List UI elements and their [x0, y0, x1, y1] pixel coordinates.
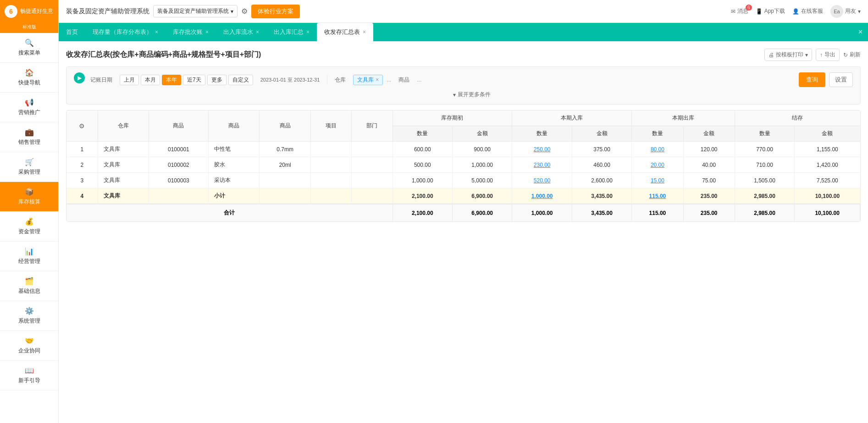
query-btn[interactable]: 查询: [799, 72, 825, 87]
warehouse-more[interactable]: ...: [387, 77, 391, 83]
table-cell[interactable]: 15.00: [632, 173, 683, 188]
sidebar-item-guide[interactable]: 📖 新手引导: [0, 361, 58, 390]
sidebar-item-finance[interactable]: 💰 资金管理: [0, 212, 58, 242]
tab-home[interactable]: 首页: [59, 23, 85, 41]
refresh-icon: ↻: [843, 52, 848, 58]
sidebar-item-label: 营销推广: [18, 109, 40, 116]
col-settings-header[interactable]: ⚙: [66, 110, 98, 142]
table-cell[interactable]: 20.00: [632, 157, 683, 173]
col-open-amt-header: 金额: [452, 126, 512, 142]
col-in-amt-header: 金额: [572, 126, 631, 142]
date-btn-this-month[interactable]: 本月: [141, 75, 160, 85]
tab-inout-summary[interactable]: 出入库汇总 ×: [266, 23, 317, 41]
tab-stock-dist-close[interactable]: ×: [155, 29, 158, 35]
message-btn[interactable]: ✉ 消息 6: [731, 7, 748, 15]
table-cell: [311, 173, 352, 188]
col-out-qty-header: 数量: [632, 126, 683, 142]
sidebar-item-enterprise[interactable]: 🤝 企业协同: [0, 331, 58, 361]
sidebar-item-basic[interactable]: 🗂️ 基础信息: [0, 271, 58, 301]
tab-inout-summary-close[interactable]: ×: [306, 29, 310, 35]
tab-recv-send-close[interactable]: ×: [363, 29, 366, 35]
table-cell: 0100001: [149, 142, 208, 157]
tab-inout-flow[interactable]: 出入库流水 ×: [216, 23, 266, 41]
experience-btn[interactable]: 体验行业方案: [251, 5, 300, 18]
sidebar-item-search[interactable]: 🔍 搜索菜单: [0, 33, 58, 63]
close-all-tabs-btn[interactable]: ×: [858, 28, 868, 36]
filter-row-1: 记账日期 上月 本月 本年 近7天 更多 自定义 2023-01-01 至 20…: [90, 72, 853, 87]
table-cell: 2,985.00: [735, 188, 794, 204]
expand-conditions-btn[interactable]: ▾ 展开更多条件: [453, 91, 491, 99]
user-chevron-icon: ▾: [858, 8, 861, 15]
table-cell: 7,525.00: [795, 173, 860, 188]
date-btn-this-year[interactable]: 本年: [162, 75, 181, 85]
table-cell: 3: [66, 173, 98, 188]
system-title: 装备及固定资产辅助管理系统: [66, 7, 149, 16]
tab-stock-dist[interactable]: 现存量（库存分布表） ×: [85, 23, 166, 41]
service-icon: 👤: [792, 8, 799, 15]
tab-inout-flow-close[interactable]: ×: [256, 29, 259, 35]
col-goods-spec-header: 商品: [260, 110, 311, 142]
online-service-btn[interactable]: 👤 在线客服: [792, 7, 823, 15]
system-dropdown[interactable]: 装备及固定资产辅助管理系统 ▾: [153, 5, 238, 17]
tab-batch-close[interactable]: ×: [205, 29, 209, 35]
warehouse-tag[interactable]: 文具库 ×: [353, 75, 383, 85]
table-cell: 1,420.00: [795, 157, 860, 173]
refresh-btn[interactable]: ↻ 刷新: [843, 51, 861, 59]
tab-batch[interactable]: 库存批次账 ×: [166, 23, 216, 41]
export-btn[interactable]: ↑ 导出: [816, 49, 840, 61]
print-btn[interactable]: 🖨 按模板打印 ▾: [764, 49, 812, 61]
settings-filter-btn[interactable]: 设置: [829, 72, 853, 87]
sidebar-item-label: 新手引导: [18, 377, 40, 385]
sidebar-nav: 🔍 搜索菜单 🏠 快捷导航 📢 营销推广 💼 销售管理 🛒 采购管理 📦 库存核…: [0, 33, 58, 423]
table-cell[interactable]: 230.00: [512, 157, 572, 173]
message-icon: ✉: [731, 8, 735, 15]
warehouse-tag-close-icon[interactable]: ×: [376, 77, 379, 83]
collapse-arrow-btn[interactable]: ▶: [74, 72, 85, 83]
page-actions: 🖨 按模板打印 ▾ ↑ 导出 ↻ 刷新: [764, 49, 861, 61]
sidebar-item-sales[interactable]: 💼 销售管理: [0, 122, 58, 152]
sidebar-item-business[interactable]: 📊 经营管理: [0, 242, 58, 271]
expand-label: 展开更多条件: [458, 91, 491, 99]
sidebar-item-quick[interactable]: 🏠 快捷导航: [0, 63, 58, 93]
app-download-btn[interactable]: 📱 App下载: [756, 7, 785, 15]
user-menu[interactable]: Ea 用友 ▾: [830, 5, 861, 18]
filter-content: 记账日期 上月 本月 本年 近7天 更多 自定义 2023-01-01 至 20…: [90, 72, 853, 99]
table-cell[interactable]: 115.00: [632, 188, 683, 204]
col-out-amt-header: 金额: [683, 126, 735, 142]
filter-divider: [327, 75, 327, 84]
sidebar-item-purchase[interactable]: 🛒 采购管理: [0, 152, 58, 182]
print-chevron-icon: ▾: [805, 52, 808, 58]
table-row: 4文具库小计2,100.006,900.001,000.003,435.0011…: [66, 188, 860, 204]
main-area: 装备及固定资产辅助管理系统 装备及固定资产辅助管理系统 ▾ ⚙ 体验行业方案 ✉…: [59, 0, 868, 423]
settings-icon[interactable]: ⚙: [241, 7, 248, 16]
sidebar-item-system[interactable]: ⚙️ 系统管理: [0, 301, 58, 331]
date-btn-prev-month[interactable]: 上月: [120, 75, 139, 85]
table-cell: 500.00: [393, 157, 452, 173]
sidebar-item-marketing[interactable]: 📢 营销推广: [0, 93, 58, 122]
purchase-icon: 🛒: [25, 158, 34, 166]
sidebar-item-inventory[interactable]: 📦 库存核算: [0, 182, 58, 212]
goods-more[interactable]: ...: [417, 77, 421, 83]
table-cell[interactable]: 520.00: [512, 173, 572, 188]
footer-label: 合计: [66, 204, 393, 221]
table-cell: 4: [66, 188, 98, 204]
sidebar-logo: 6 畅捷通好生意: [0, 0, 58, 23]
table-cell[interactable]: 1,000.00: [512, 188, 572, 204]
sidebar-item-label: 采购管理: [18, 168, 40, 176]
tab-home-label: 首页: [66, 28, 78, 36]
date-btn-7days[interactable]: 近7天: [183, 75, 205, 85]
date-btn-custom[interactable]: 自定义: [228, 75, 253, 85]
sidebar-item-label: 搜索菜单: [18, 49, 40, 57]
date-range-display: 2023-01-01 至 2023-12-31: [260, 77, 320, 83]
column-settings-icon[interactable]: ⚙: [79, 122, 85, 130]
col-open-qty-header: 数量: [393, 126, 452, 142]
date-btn-more[interactable]: 更多: [207, 75, 227, 85]
inventory-icon: 📦: [25, 187, 34, 196]
col-opening-header: 库存期初: [393, 110, 512, 126]
tabs-bar: 首页 现存量（库存分布表） × 库存批次账 × 出入库流水 × 出入库汇总 × …: [59, 23, 868, 41]
tab-batch-label: 库存批次账: [173, 28, 203, 36]
table-cell[interactable]: 80.00: [632, 142, 683, 157]
table-cell[interactable]: 250.00: [512, 142, 572, 157]
tab-recv-send[interactable]: 收发存汇总表 ×: [317, 23, 373, 41]
col-goods-code-header: 商品: [149, 110, 208, 142]
